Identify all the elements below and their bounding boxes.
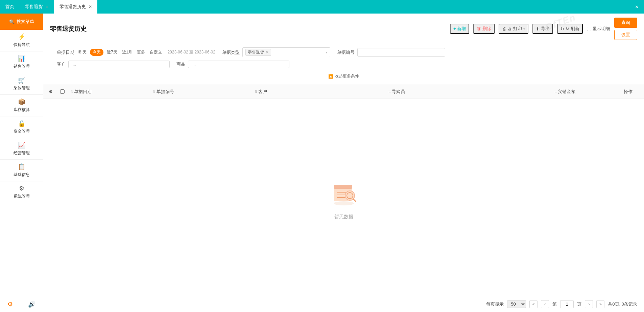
tab-retail-return-history[interactable]: 零售退货历史 ✕ (54, 0, 97, 14)
th-customer[interactable]: ⇅ 客户 (252, 89, 386, 95)
date-btn-yesterday[interactable]: 昨天 (77, 49, 88, 56)
table-header: ⚙ ⇅ 单据日期 ⇅ 单据编号 ⇅ 客户 ⇅ 导购员 (43, 85, 644, 98)
page-size-select[interactable]: 50 20 100 (507, 300, 526, 308)
pagination-bar: 每页显示 50 20 100 « ‹ 第 页 › » 共0页, 0条记录 (43, 296, 644, 312)
settings-bottom-icon[interactable]: ⚙ (7, 300, 13, 308)
search-icon: 🔍 (9, 19, 15, 24)
sidebar-bottom: ⚙ 🔊 (0, 296, 43, 312)
tab-home[interactable]: 首页 (0, 0, 20, 14)
customer-filter-item: 客户 ... (57, 61, 170, 68)
th-amount[interactable]: ⇅ 实销金额 (551, 89, 621, 95)
th-guide[interactable]: ⇅ 导购员 (385, 89, 487, 95)
table-area: ⚙ ⇅ 单据日期 ⇅ 单据编号 ⇅ 客户 ⇅ 导购员 (43, 85, 644, 296)
sidebar-search-label: 搜索菜单 (17, 19, 34, 25)
date-btn-more[interactable]: 更多 (136, 49, 146, 56)
th-action: 操作 (621, 89, 641, 95)
th-guide-sort-icon: ⇅ (388, 90, 391, 93)
show-detail-checkbox[interactable]: 显示明细 (587, 26, 610, 32)
page-prev-button[interactable]: ‹ (541, 300, 549, 308)
sidebar-item-sales[interactable]: 📊 销售管理 (0, 51, 43, 73)
sidebar-search[interactable]: 🔍 搜索菜单 (0, 14, 43, 30)
doc-type-tag[interactable]: 零售退货 ✕ (245, 49, 271, 56)
sidebar-item-inventory[interactable]: 📦 库存核算 (0, 95, 43, 116)
sidebar-item-purchase[interactable]: 🛒 采购管理 (0, 73, 43, 95)
th-date[interactable]: ⇅ 单据日期 (68, 89, 150, 95)
sidebar-item-finance[interactable]: 🔒 资金管理 (0, 116, 43, 138)
filter-area: 单据日期 昨天 今天 近7天 近1月 更多 自定义 2023-06-02 至 2… (50, 44, 637, 85)
collapse-bar[interactable]: 🔼 收起更多条件 (57, 71, 630, 81)
top-nav: 首页 零售退货 ✕ 零售退货历史 ✕ ✕ (0, 0, 644, 14)
sidebar-item-quicknav[interactable]: ⚡ 快捷导航 (0, 30, 43, 51)
tab-retail-return[interactable]: 零售退货 ✕ (20, 0, 54, 14)
purchase-icon: 🛒 (18, 76, 25, 84)
add-button[interactable]: + 新增 (450, 24, 469, 34)
page-header: 零售退货历史 + 新增 🗑 删除 🖨 🖨 打印 ▾ ⬆ 导出 ↻ (43, 14, 644, 85)
date-btn-7days[interactable]: 近7天 (105, 49, 119, 56)
volume-icon[interactable]: 🔊 (28, 300, 35, 308)
delete-button[interactable]: 🗑 删除 (473, 24, 495, 34)
tab-retail-return-history-close[interactable]: ✕ (89, 4, 92, 9)
th-checkbox[interactable] (57, 89, 68, 94)
page-size-label: 每页显示 (486, 301, 504, 307)
page-title: 零售退货历史 (50, 25, 87, 33)
svg-point-0 (334, 201, 354, 205)
basic-icon: 📋 (18, 163, 25, 171)
page-first-button[interactable]: « (529, 300, 538, 308)
select-all-checkbox[interactable] (60, 89, 65, 94)
th-setting[interactable]: ⚙ (46, 89, 57, 94)
print-icon: 🖨 (502, 26, 506, 31)
refresh-icon: ↻ (560, 26, 564, 31)
toolbar: + 新增 🗑 删除 🖨 🖨 打印 ▾ ⬆ 导出 ↻ ↻ 刷新 (450, 18, 637, 40)
sidebar: 🔍 搜索菜单 ⚡ 快捷导航 📊 销售管理 🛒 采购管理 📦 库存核算 🔒 资金管… (0, 14, 43, 312)
doc-no-filter-item: 单据编号 (337, 48, 445, 57)
customer-input[interactable]: ... (68, 61, 170, 68)
doc-type-label: 单据类型 (222, 49, 240, 55)
filter-row-1: 单据日期 昨天 今天 近7天 近1月 更多 自定义 2023-06-02 至 2… (57, 47, 630, 57)
th-customer-sort-icon: ⇅ (255, 90, 257, 93)
empty-text: 暂无数据 (334, 214, 353, 220)
th-docno[interactable]: ⇅ 单据编号 (150, 89, 252, 95)
tab-retail-return-close[interactable]: ✕ (45, 4, 49, 9)
page-input[interactable] (560, 300, 574, 308)
doc-no-input[interactable] (357, 48, 445, 57)
date-btn-today[interactable]: 今天 (90, 49, 103, 56)
export-icon: ⬆ (536, 26, 540, 31)
date-range-value: 2023-06-02 至 2023-06-02 (167, 49, 215, 55)
svg-rect-2 (334, 185, 352, 189)
date-btn-1month[interactable]: 近1月 (121, 49, 134, 56)
system-icon: ⚙ (19, 185, 24, 192)
th-docno-sort-icon: ⇅ (153, 90, 156, 93)
query-button[interactable]: 查询 (614, 18, 637, 28)
doc-type-input[interactable]: 零售退货 ✕ ▾ (242, 47, 330, 57)
empty-illustration (327, 175, 361, 208)
date-filter: 昨天 今天 近7天 近1月 更多 自定义 (77, 49, 163, 56)
print-button[interactable]: 🖨 🖨 打印 ▾ (499, 24, 529, 34)
date-btn-custom[interactable]: 自定义 (148, 49, 163, 56)
export-button[interactable]: ⬆ 导出 (532, 24, 553, 34)
doc-type-filter-item: 单据类型 零售退货 ✕ ▾ (222, 47, 330, 57)
show-detail-input[interactable] (587, 27, 591, 31)
goods-input[interactable]: ... (188, 61, 289, 68)
page-next-button[interactable]: › (585, 300, 593, 308)
page-last-button[interactable]: » (596, 300, 604, 308)
refresh-button[interactable]: ↻ ↻ 刷新 (557, 24, 583, 34)
main-layout: 🔍 搜索菜单 ⚡ 快捷导航 📊 销售管理 🛒 采购管理 📦 库存核算 🔒 资金管… (0, 14, 644, 312)
sidebar-item-system[interactable]: ⚙ 系统管理 (0, 181, 43, 203)
settings-button[interactable]: 设置 (614, 30, 637, 40)
quicknav-icon: ⚡ (18, 33, 25, 41)
empty-state: 暂无数据 (43, 98, 644, 296)
doc-type-tag-close[interactable]: ✕ (265, 50, 269, 55)
goods-label: 商品 (176, 61, 185, 67)
svg-line-8 (353, 199, 356, 201)
sidebar-item-operations[interactable]: 📈 经营管理 (0, 138, 43, 160)
finance-icon: 🔒 (18, 120, 25, 127)
doc-type-dropdown-icon: ▾ (326, 50, 327, 54)
operations-icon: 📈 (18, 141, 25, 149)
window-close[interactable]: ✕ (635, 4, 644, 9)
date-filter-item: 单据日期 昨天 今天 近7天 近1月 更多 自定义 2023-06-02 至 2… (57, 49, 215, 56)
page-title-bar: 零售退货历史 + 新增 🗑 删除 🖨 🖨 打印 ▾ ⬆ 导出 ↻ (50, 18, 637, 40)
th-date-sort-icon: ⇅ (70, 90, 73, 93)
page-label: 第 (552, 301, 557, 307)
date-filter-label: 单据日期 (57, 49, 74, 55)
sidebar-item-basic[interactable]: 📋 基础信息 (0, 160, 43, 181)
